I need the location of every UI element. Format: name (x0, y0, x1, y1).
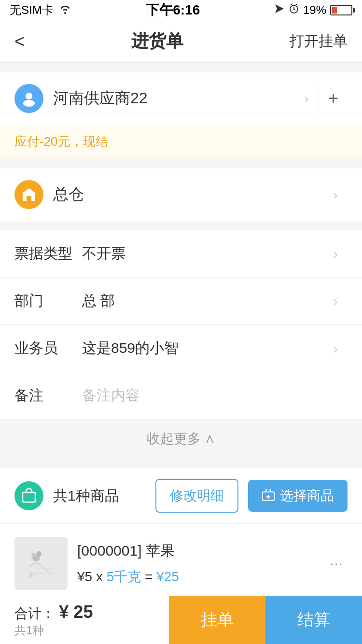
svg-point-13 (37, 551, 42, 556)
staff-row[interactable]: 业务员 这是859的小智 › (0, 325, 362, 372)
supplier-row[interactable]: 河南供应商22 › + (0, 72, 362, 125)
open-pending-button[interactable]: 打开挂单 (290, 31, 348, 51)
sim-text: 无SIM卡 (10, 2, 54, 18)
page-title: 进货单 (131, 29, 183, 53)
alarm-icon (289, 3, 299, 17)
supplier-chevron-icon: › (304, 90, 309, 107)
warehouse-section: 总仓 › (0, 168, 362, 221)
warehouse-name: 总仓 (53, 184, 333, 205)
total-label: 合计： (14, 606, 55, 621)
svg-point-3 (23, 100, 35, 107)
status-right: 19% (274, 3, 352, 17)
department-chevron-icon: › (333, 293, 338, 309)
add-supplier-button[interactable]: + (319, 84, 348, 113)
supplier-alert: 应付-20元，现结 (0, 125, 362, 159)
supplier-section: 河南供应商22 › + 应付-20元，现结 (0, 72, 362, 159)
collapse-toggle[interactable]: 收起更多 ∧ (0, 419, 362, 459)
product-section: 共1种商品 修改明细 选择商品 督+ (0, 468, 362, 602)
invoice-value: 不开票 (82, 244, 333, 264)
remark-label: 备注 (14, 386, 82, 406)
supplier-name: 河南供应商22 (53, 88, 304, 109)
status-left: 无SIM卡 (10, 2, 72, 18)
form-section: 票据类型 不开票 › 部门 总 部 › 业务员 这是859的小智 › 备注 备注… (0, 230, 362, 419)
nav-bar: < 进货单 打开挂单 (0, 20, 362, 63)
total-count: 共1种 (14, 623, 154, 638)
warehouse-row[interactable]: 总仓 › (0, 168, 362, 221)
bottom-bar: 合计： ¥ 25 共1种 挂单 结算 (0, 596, 362, 644)
status-bar: 无SIM卡 下午6:16 19% (0, 0, 362, 20)
product-item: 督+ [0000001] 苹果 ¥5 x 5千克 = ¥25 ··· (0, 525, 362, 602)
invoice-chevron-icon: › (333, 246, 338, 262)
product-header: 共1种商品 修改明细 选择商品 (0, 468, 362, 523)
total-row: 合计： ¥ 25 (14, 602, 154, 623)
svg-rect-6 (27, 196, 31, 201)
svg-text:督+: 督+ (29, 574, 35, 578)
total-amount: ¥ 25 (59, 602, 93, 622)
product-more-button[interactable]: ··· (325, 555, 348, 573)
svg-marker-0 (275, 4, 284, 13)
product-thumbnail: 督+ (14, 537, 68, 590)
wifi-icon (58, 3, 72, 17)
select-product-label: 选择商品 (280, 487, 334, 505)
battery-percent: 19% (303, 3, 326, 17)
product-icon (14, 481, 43, 510)
staff-chevron-icon: › (333, 340, 338, 357)
svg-point-2 (26, 93, 32, 99)
product-name: [0000001] 苹果 (77, 541, 315, 561)
department-value: 总 部 (82, 291, 333, 311)
warehouse-icon (14, 180, 43, 209)
warehouse-chevron-icon: › (333, 186, 338, 203)
svg-rect-7 (23, 492, 35, 502)
invoice-type-row[interactable]: 票据类型 不开票 › (0, 230, 362, 278)
edit-detail-button[interactable]: 修改明细 (155, 479, 238, 513)
total-section: 合计： ¥ 25 共1种 (0, 602, 169, 638)
staff-label: 业务员 (14, 338, 82, 358)
remark-row[interactable]: 备注 备注内容 (0, 372, 362, 419)
svg-marker-5 (22, 188, 36, 194)
select-product-button[interactable]: 选择商品 (248, 480, 348, 512)
product-price: ¥5 x 5千克 = ¥25 (77, 568, 315, 586)
back-button[interactable]: < (14, 31, 25, 52)
invoice-label: 票据类型 (14, 244, 82, 264)
department-label: 部门 (14, 291, 82, 311)
department-row[interactable]: 部门 总 部 › (0, 278, 362, 325)
product-info: [0000001] 苹果 ¥5 x 5千克 = ¥25 (77, 541, 315, 586)
remark-input[interactable]: 备注内容 (82, 386, 348, 406)
hang-button[interactable]: 挂单 (169, 596, 265, 644)
product-count: 共1种商品 (53, 486, 146, 506)
settle-button[interactable]: 结算 (265, 596, 362, 644)
staff-value: 这是859的小智 (82, 338, 333, 358)
battery-icon (330, 5, 352, 15)
svg-point-12 (31, 553, 35, 557)
status-time: 下午6:16 (146, 1, 200, 19)
location-icon (274, 3, 285, 17)
supplier-avatar (14, 84, 43, 113)
